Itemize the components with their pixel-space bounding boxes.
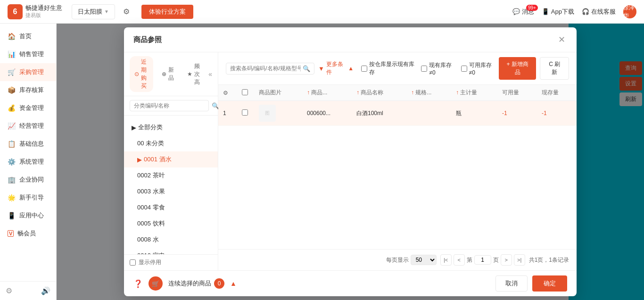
sidebar-item-inventory[interactable]: 📦 库存核算 (0, 81, 56, 99)
sidebar-item-basic[interactable]: 📋 基础信息 (0, 135, 56, 153)
category-all[interactable]: ▶ 全部分类 (124, 119, 218, 135)
list-item[interactable]: 0003 水果 (124, 183, 218, 200)
product-stock: -1 (542, 110, 547, 117)
product-search-box: 🔍 (226, 63, 314, 75)
cat-label-4: 0004 零食 (137, 203, 165, 212)
sidebar-label-member: 畅会员 (17, 229, 36, 238)
continuous-select-area: 连续选择的商品 0 (168, 278, 224, 289)
row-checkbox-cell (237, 101, 254, 126)
sidebar-label-apps: 应用中心 (19, 211, 44, 220)
row-checkbox[interactable] (242, 109, 248, 116)
cart-button[interactable]: 🛒 (149, 276, 163, 291)
online-service-button[interactable]: 🎧 在线客服 (582, 8, 616, 16)
store-name: 日太阳膜 (78, 8, 102, 16)
enterprise-icon: 🏢 (8, 176, 16, 183)
list-item[interactable]: 0008 水 (124, 232, 218, 248)
close-icon[interactable]: ✕ (556, 34, 567, 45)
col-name-label: 商品名称 (361, 89, 383, 96)
collapse-panel-icon[interactable]: « (208, 70, 212, 78)
list-item[interactable]: 0002 茶叶 (124, 167, 218, 183)
star-icon: ★ (187, 71, 192, 77)
settings-icon[interactable]: ⚙ (119, 4, 134, 19)
add-product-button[interactable]: + 新增商品 (499, 57, 536, 80)
list-item[interactable]: 0010 家电 (124, 248, 218, 254)
show-disabled-area: 显示停用 (124, 254, 218, 270)
sidebar-item-sales[interactable]: 📊 销售管理 (0, 45, 56, 63)
filter-button[interactable]: ▼ 更多条件 ▲ (318, 60, 354, 76)
product-toolbar: 🔍 ▼ 更多条件 ▲ 按仓库显示现有库存 (218, 52, 577, 85)
table-settings-icon[interactable]: ⚙ (223, 90, 228, 96)
settings-bottom-icon[interactable]: ⚙ (6, 286, 12, 295)
confirm-button[interactable]: 确定 (532, 275, 567, 292)
dialog-footer: ❓ 🛒 连续选择的商品 0 ▲ 取消 确定 (124, 270, 577, 296)
username: 徐泽华 (623, 4, 636, 20)
page-size-selector: 每页显示 50 20 100 (386, 255, 437, 265)
sidebar-label-enterprise: 企业协同 (19, 175, 44, 184)
show-disabled-checkbox[interactable] (130, 259, 136, 266)
sidebar-label-system: 系统管理 (19, 158, 44, 166)
page-unit: 页 (493, 256, 499, 264)
sidebar-item-operations[interactable]: 📈 经营管理 (0, 117, 56, 135)
checkbox-warehouse-stock[interactable]: 按仓库显示现有库存 (361, 60, 415, 76)
col-spec-label: 规格... (415, 89, 431, 96)
sidebar-item-guide[interactable]: 🌟 新手引导 (0, 189, 56, 207)
row-stock-cell: -1 (537, 101, 577, 126)
dialog-header: 商品参照 ✕ (124, 27, 577, 52)
th-name: ↑ 商品名称 (352, 85, 406, 101)
list-item[interactable]: 0005 饮料 (124, 216, 218, 232)
checkbox-available-label: 可用库存≠0 (469, 61, 495, 76)
sidebar-item-system[interactable]: ⚙️ 系统管理 (0, 153, 56, 171)
sidebar-item-enterprise[interactable]: 🏢 企业协同 (0, 171, 56, 189)
tab-recent-purchase[interactable]: ⊙ 近期购买 (130, 56, 153, 92)
table-body: 1 图 000600... (218, 101, 577, 126)
last-page-button[interactable]: >| (514, 254, 525, 266)
avatar[interactable]: 徐泽华 (623, 5, 636, 18)
search-icon[interactable]: 🔍 (303, 65, 310, 72)
list-item[interactable]: 00 未分类 (124, 135, 218, 151)
sidebar-item-purchase[interactable]: 🛒 采购管理 (0, 63, 56, 81)
cancel-button[interactable]: 取消 (495, 275, 528, 292)
product-reference-dialog: 商品参照 ✕ ⊙ 近期购买 ⊕ 新 (124, 27, 577, 296)
select-all-checkbox[interactable] (242, 89, 248, 95)
sidebar: 🏠 首页 📊 销售管理 🛒 采购管理 📦 库存核算 💰 资金管理 📈 经营管理 … (0, 24, 57, 300)
sort-up-icon: ↑ (307, 89, 310, 96)
refresh-button[interactable]: C 刷新 (540, 57, 569, 80)
store-selector[interactable]: 日太阳膜 ▼ (72, 4, 115, 19)
collapse-up-icon[interactable]: ▲ (230, 280, 237, 287)
tab-new-product[interactable]: ⊕ 新品 (157, 64, 179, 84)
experience-button[interactable]: 体验行业方案 (141, 5, 193, 19)
main-layout: 🏠 首页 📊 销售管理 🛒 采购管理 📦 库存核算 💰 资金管理 📈 经营管理 … (0, 24, 644, 300)
checkbox-available-stock-input[interactable] (461, 66, 467, 72)
checkbox-current-label: 现有库存≠0 (429, 61, 455, 76)
app-download-button[interactable]: 📱 App下载 (542, 8, 574, 16)
sidebar-item-apps[interactable]: 📱 应用中心 (0, 207, 56, 225)
product-available: -1 (502, 110, 507, 117)
checkbox-warehouse-stock-input[interactable] (361, 66, 367, 72)
list-item[interactable]: 0004 零食 (124, 200, 218, 216)
table-row[interactable]: 1 图 000600... (218, 101, 577, 126)
sort-icon-unit: ↑ (456, 89, 459, 96)
product-search-input[interactable] (230, 65, 301, 72)
checkbox-current-stock[interactable]: 现有库存≠0 (421, 61, 455, 76)
home-icon: 🏠 (8, 33, 16, 40)
help-icon[interactable]: ❓ (133, 279, 143, 288)
tab-frequent[interactable]: ★ 频次高 (182, 60, 205, 88)
category-search-input[interactable] (130, 100, 209, 111)
messages-button[interactable]: 💬 消息 99+ (512, 8, 534, 16)
sidebar-item-member[interactable]: V 畅会员 (0, 225, 56, 242)
sidebar-item-home[interactable]: 🏠 首页 (0, 27, 56, 45)
per-page-label: 每页显示 (386, 256, 409, 264)
sidebar-item-finance[interactable]: 💰 资金管理 (0, 99, 56, 117)
page-number-input[interactable] (474, 255, 491, 265)
volume-icon[interactable]: 🔊 (41, 286, 50, 295)
checkbox-available-stock[interactable]: 可用库存≠0 (461, 61, 495, 76)
first-page-button[interactable]: |< (440, 254, 452, 266)
list-item[interactable]: ▶ 0001 酒水 (124, 151, 218, 167)
col-image-label: 商品图片 (259, 89, 281, 96)
header-right: 💬 消息 99+ 📱 App下载 🎧 在线客服 徐泽华 (512, 5, 636, 18)
prev-page-button[interactable]: < (454, 254, 465, 266)
per-page-select[interactable]: 50 20 100 (411, 255, 437, 265)
next-page-button[interactable]: > (501, 254, 512, 266)
checkbox-current-stock-input[interactable] (421, 66, 427, 72)
dialog-body: ⊙ 近期购买 ⊕ 新品 ★ 频次高 « (124, 52, 577, 270)
